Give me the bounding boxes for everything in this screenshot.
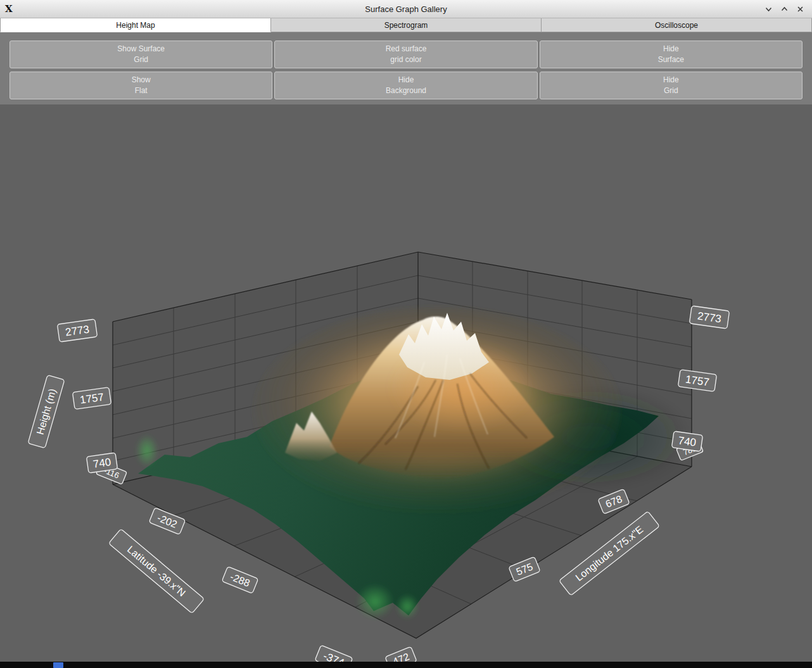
titlebar: X Surface Graph Gallery [0, 0, 812, 18]
svg-text:740: 740 [678, 434, 697, 449]
surface-grid-color-button[interactable]: Red surface grid color [274, 41, 537, 68]
height-axis-title: Height (m) [28, 375, 65, 448]
hide-background-button[interactable]: Hide Background [274, 72, 537, 99]
show-flat-button[interactable]: Show Flat [10, 72, 272, 99]
svg-text:Latitude -39.x"N: Latitude -39.x"N [125, 544, 187, 598]
tab-oscilloscope[interactable]: Oscilloscope [542, 18, 812, 32]
height-tick-right-740: 740 [671, 431, 702, 451]
maximize-icon[interactable] [780, 5, 789, 13]
height-tick-left-740: 740 [86, 453, 117, 473]
height-tick-left-2773: 2773 [57, 319, 97, 342]
latitude-tick-288: -288 [222, 567, 258, 594]
hide-grid-button[interactable]: Hide Grid [540, 72, 802, 99]
close-icon[interactable] [796, 5, 804, 13]
taskbar-app-indicator[interactable] [53, 662, 63, 668]
height-tick-left-1757: 1757 [72, 388, 111, 410]
latitude-axis-title: Latitude -39.x"N [108, 529, 204, 614]
height-tick-right-2773: 2773 [689, 306, 729, 329]
window-title: Surface Graph Gallery [0, 4, 812, 14]
taskbar[interactable] [0, 662, 812, 668]
tab-height-map[interactable]: Height Map [0, 18, 271, 32]
svg-text:740: 740 [92, 456, 112, 470]
tab-bar: Height Map Spectrogram Oscilloscope [0, 18, 812, 32]
tab-spectrogram[interactable]: Spectrogram [271, 18, 542, 32]
minimize-icon[interactable] [764, 5, 773, 13]
show-surface-grid-button[interactable]: Show Surface Grid [10, 41, 272, 68]
app-icon: X [5, 3, 13, 15]
toolbar: Show Surface Grid Red surface grid color… [0, 32, 812, 104]
window-controls [764, 5, 812, 13]
hide-surface-button[interactable]: Hide Surface [540, 41, 802, 68]
